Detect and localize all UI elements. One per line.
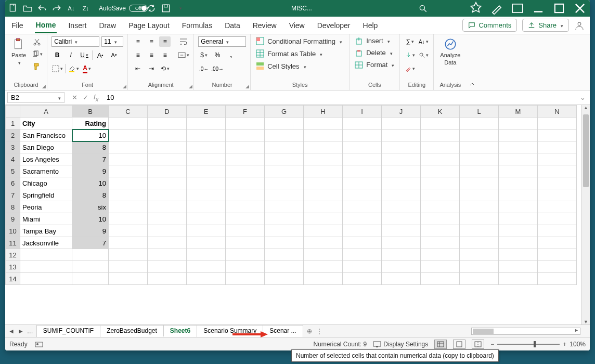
tab-home[interactable]: Home — [35, 18, 57, 33]
cell[interactable] — [265, 201, 304, 213]
cell[interactable] — [304, 141, 343, 153]
cell[interactable] — [343, 118, 382, 129]
cell[interactable] — [460, 201, 499, 213]
cell[interactable] — [382, 153, 421, 165]
cell[interactable] — [265, 213, 304, 225]
cell[interactable]: 8 — [72, 141, 109, 153]
cell[interactable] — [265, 165, 304, 177]
cell[interactable] — [304, 201, 343, 213]
redo-icon[interactable] — [52, 4, 61, 13]
cell[interactable]: 10 — [72, 177, 109, 189]
cell[interactable] — [226, 237, 265, 249]
cell[interactable]: 9 — [72, 165, 109, 177]
cell[interactable] — [538, 273, 577, 285]
cell[interactable] — [460, 177, 499, 189]
sheet-nav-prev-icon[interactable]: ◄ — [8, 328, 15, 335]
tab-data[interactable]: Data — [224, 18, 241, 33]
cell[interactable] — [109, 249, 148, 261]
fill-color-icon[interactable] — [68, 63, 79, 74]
cell[interactable] — [421, 189, 460, 201]
zoom-slider[interactable]: − + 100% — [490, 341, 586, 348]
font-color-icon[interactable]: A — [81, 63, 93, 74]
maximize-icon[interactable] — [552, 2, 566, 15]
cell[interactable] — [109, 273, 148, 285]
column-header[interactable]: A — [20, 106, 72, 118]
cell[interactable] — [226, 273, 265, 285]
borders-icon[interactable] — [51, 63, 63, 74]
cell[interactable] — [538, 153, 577, 165]
tab-page-layout[interactable]: Page Layout — [127, 18, 171, 33]
horizontal-scrollbar[interactable]: ◄► — [471, 328, 580, 335]
row-header[interactable]: 3 — [6, 141, 20, 153]
cell[interactable] — [538, 141, 577, 153]
cell[interactable] — [343, 165, 382, 177]
cell[interactable] — [20, 273, 72, 285]
align-middle-icon[interactable]: ≡ — [146, 36, 157, 47]
save-icon[interactable] — [161, 4, 171, 13]
cell[interactable] — [226, 261, 265, 273]
cell[interactable]: 9 — [72, 225, 109, 237]
delete-cells-button[interactable]: Delete — [354, 48, 394, 57]
font-launcher-icon[interactable]: ◢ — [123, 84, 126, 89]
tab-formulas[interactable]: Formulas — [181, 18, 213, 33]
underline-button[interactable]: U — [79, 50, 90, 60]
cell[interactable] — [148, 261, 187, 273]
cell[interactable] — [265, 129, 304, 141]
collapse-ribbon-icon[interactable] — [467, 79, 478, 90]
cell[interactable] — [304, 153, 343, 165]
sort-desc-icon[interactable]: Z↓ — [81, 4, 90, 13]
cell[interactable] — [382, 165, 421, 177]
analyze-data-button[interactable]: Analyze Data — [438, 36, 462, 67]
cell[interactable] — [148, 129, 187, 141]
cell[interactable] — [148, 141, 187, 153]
cell[interactable] — [109, 237, 148, 249]
row-header[interactable]: 8 — [6, 201, 20, 213]
cell[interactable] — [499, 213, 538, 225]
cell[interactable]: Los Angeles — [20, 153, 72, 165]
cell[interactable] — [460, 141, 499, 153]
numerical-count[interactable]: Numerical Count: 9 — [314, 341, 367, 348]
cell[interactable] — [499, 129, 538, 141]
autosum-icon[interactable]: ∑ — [404, 36, 416, 47]
cell[interactable] — [382, 118, 421, 129]
cell[interactable] — [265, 225, 304, 237]
cell[interactable] — [538, 189, 577, 201]
cell[interactable] — [109, 118, 148, 129]
cell[interactable] — [460, 118, 499, 129]
cell[interactable] — [265, 189, 304, 201]
number-format-dropdown[interactable]: General — [198, 36, 246, 47]
row-header[interactable]: 9 — [6, 213, 20, 225]
row-header[interactable]: 4 — [6, 153, 20, 165]
cell[interactable] — [382, 273, 421, 285]
zoom-out-icon[interactable]: − — [490, 341, 494, 348]
cell[interactable]: Sacramento — [20, 165, 72, 177]
cell[interactable]: Rating — [72, 118, 109, 129]
cell[interactable] — [304, 177, 343, 189]
cell[interactable] — [421, 177, 460, 189]
cell[interactable] — [304, 189, 343, 201]
row-header[interactable]: 7 — [6, 189, 20, 201]
page-break-view-icon[interactable] — [472, 340, 484, 349]
cell[interactable]: Peoria — [20, 201, 72, 213]
format-cells-button[interactable]: Format — [354, 60, 395, 69]
percent-icon[interactable]: % — [212, 50, 223, 60]
cell[interactable] — [460, 225, 499, 237]
cell[interactable]: Jacksonville — [20, 237, 72, 249]
account-icon[interactable] — [574, 20, 585, 31]
fx-icon[interactable]: fx — [94, 93, 98, 102]
currency-icon[interactable]: $ — [198, 50, 210, 60]
cell[interactable] — [187, 201, 226, 213]
clipboard-launcher-icon[interactable]: ◢ — [42, 84, 46, 89]
cell[interactable] — [460, 237, 499, 249]
tab-developer[interactable]: Developer — [316, 18, 352, 33]
cell[interactable] — [187, 273, 226, 285]
cell[interactable]: Chicago — [20, 177, 72, 189]
row-header[interactable]: 13 — [6, 261, 20, 273]
cell[interactable]: 10 — [72, 129, 109, 141]
zoom-in-icon[interactable]: + — [563, 341, 566, 348]
cell[interactable] — [460, 189, 499, 201]
cell[interactable] — [460, 153, 499, 165]
format-painter-icon[interactable] — [31, 61, 43, 72]
cell[interactable] — [343, 129, 382, 141]
cell[interactable] — [187, 153, 226, 165]
